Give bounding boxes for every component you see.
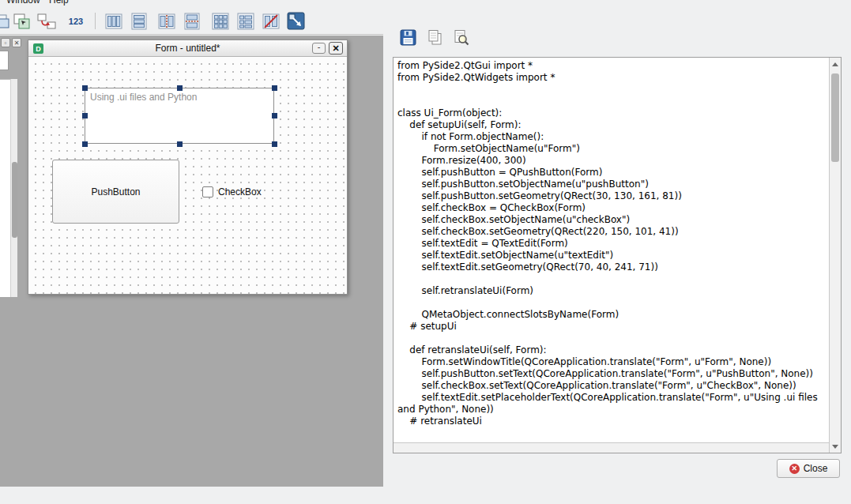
selection-handle-top-middle[interactable] [177, 85, 183, 91]
close-icon: ✕ [14, 39, 20, 47]
code-horizontal-scrollbar[interactable] [393, 442, 829, 453]
save-code-button[interactable] [397, 27, 418, 47]
break-layout-icon [262, 12, 281, 31]
edit-widgets-button[interactable] [11, 10, 32, 32]
arrow-up-icon [832, 62, 838, 66]
form-window-title: Form - untitled* [28, 43, 347, 54]
save-icon [399, 28, 417, 47]
find-in-code-button[interactable] [450, 27, 471, 47]
adjust-size-icon [286, 11, 306, 31]
scrollbar-up-button[interactable] [830, 58, 841, 70]
form-close-button[interactable]: ✕ [329, 42, 343, 55]
toolbar-separator [95, 13, 96, 29]
form-editor-window: D Form - untitled* - ✕ Using .ui files a… [28, 39, 348, 295]
close-circle-icon: ✕ [789, 464, 800, 474]
layout-grid-button[interactable] [209, 10, 231, 32]
widgetbox-scrollbar-slider[interactable] [12, 162, 17, 238]
widgetbox-scrollbar[interactable] [10, 79, 17, 297]
dock-float-button[interactable]: ▫ [1, 38, 10, 47]
form-canvas[interactable]: Using .ui files and Python PushButton Ch… [28, 57, 347, 294]
widgetbox-list[interactable] [0, 79, 10, 297]
close-button-label: Close [804, 463, 828, 474]
layout-vertical-icon [130, 12, 149, 31]
selection-handle-bottom-middle[interactable] [177, 141, 183, 147]
code-view[interactable]: from PySide2.QtGui import * from PySide2… [393, 57, 842, 453]
break-layout-button[interactable] [260, 10, 281, 32]
copy-icon [426, 28, 444, 47]
menu-window[interactable]: Window [6, 0, 40, 6]
edit-tab-order-button[interactable]: 123 [63, 10, 88, 32]
checkbox-label: CheckBox [218, 186, 262, 197]
layout-horizontally-splitter-button[interactable] [156, 10, 177, 32]
close-dialog-button[interactable]: ✕ Close [777, 459, 840, 478]
layout-horizontal-splitter-icon [157, 12, 176, 31]
code-vertical-scrollbar[interactable] [829, 58, 841, 453]
form-window-titlebar[interactable]: D Form - untitled* - ✕ [28, 40, 347, 57]
menu-help[interactable]: Help [49, 0, 69, 6]
qt-designer-window: Window Help 123 [0, 0, 851, 504]
checkbox-indicator[interactable] [202, 186, 213, 197]
edit-tab-order-icon: 123 [69, 17, 83, 26]
selection-handle-top-left[interactable] [82, 85, 88, 91]
edit-widgets-partial-button[interactable] [0, 10, 12, 32]
selection-handle-bottom-left[interactable] [82, 141, 88, 147]
checkbox-widget[interactable]: CheckBox [202, 175, 282, 208]
generated-python-code: from PySide2.QtGui import * from PySide2… [393, 58, 829, 442]
scrollbar-slider[interactable] [831, 73, 839, 162]
find-icon [452, 28, 470, 47]
textedit-widget[interactable]: Using .ui files and Python [85, 88, 274, 144]
bottom-panel-strip: <resource root> [0, 487, 851, 504]
pushbutton-label: PushButton [91, 186, 140, 197]
menubar: Window Help [0, 0, 851, 7]
widgetbox-filter-input[interactable] [0, 51, 9, 70]
copy-code-button[interactable] [424, 27, 445, 47]
float-icon: ▫ [5, 39, 7, 47]
layout-vertically-splitter-button[interactable] [181, 10, 202, 32]
code-preview-dialog: from PySide2.QtGui import * from PySide2… [383, 17, 851, 485]
scrollbar-down-button[interactable] [830, 441, 841, 452]
selection-handle-middle-right[interactable] [272, 113, 277, 118]
layout-vertical-splitter-icon [183, 12, 201, 31]
selection-handle-middle-left[interactable] [82, 113, 88, 118]
selection-handle-bottom-right[interactable] [272, 141, 277, 147]
edit-widgets-partial-icon [0, 12, 11, 31]
layout-form-icon [236, 12, 255, 31]
edit-signals-slots-icon [36, 12, 57, 31]
edit-widgets-icon [13, 12, 32, 31]
layout-form-button[interactable] [235, 10, 256, 32]
selection-handle-top-right[interactable] [272, 85, 277, 91]
arrow-down-icon [832, 445, 838, 449]
form-minimize-button[interactable]: - [312, 43, 326, 54]
pushbutton-widget[interactable]: PushButton [52, 160, 179, 224]
layout-grid-icon [211, 12, 230, 31]
edit-signals-slots-button[interactable] [36, 10, 57, 32]
dock-close-button[interactable]: ✕ [12, 38, 21, 47]
layout-vertically-button[interactable] [128, 10, 149, 32]
layout-horizontally-button[interactable] [103, 10, 124, 32]
layout-horizontal-icon [104, 12, 123, 31]
textedit-placeholder: Using .ui files and Python [85, 88, 273, 106]
adjust-size-button[interactable] [285, 10, 307, 32]
